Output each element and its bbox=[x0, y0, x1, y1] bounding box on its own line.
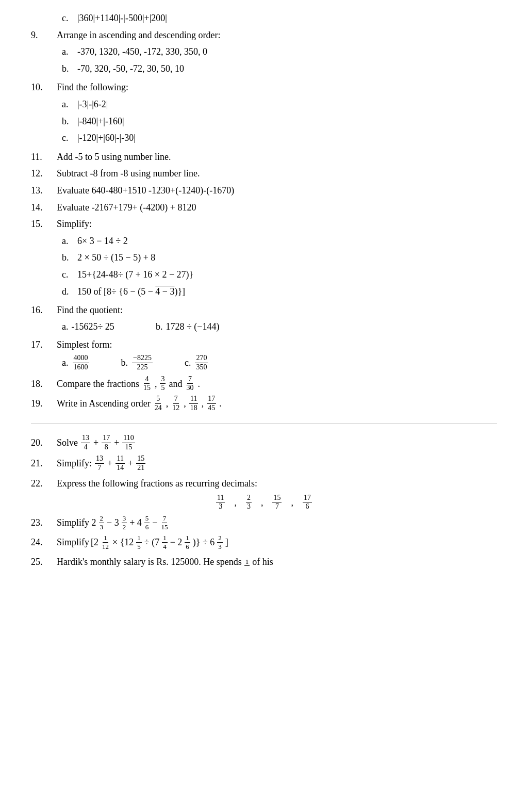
q21-plus1: + bbox=[107, 456, 112, 472]
q10-line: 10. Find the following: bbox=[31, 79, 497, 95]
q20-frac2-den: 8 bbox=[104, 443, 109, 452]
q19-frac3-num: 11 bbox=[189, 395, 198, 404]
q18-frac1-den: 15 bbox=[142, 384, 152, 393]
q15-a: a. 6× 3 − 14 ÷ 2 bbox=[62, 233, 497, 249]
q16-num: 16. bbox=[31, 302, 57, 318]
item-c-top: c. |360|+1140|-|-500|+|200| bbox=[62, 10, 497, 26]
q9-text: Arrange in ascending and descending orde… bbox=[57, 27, 497, 43]
q17-a: a. 4000 1600 bbox=[62, 354, 90, 372]
q22-frac2-num: 2 bbox=[246, 494, 252, 503]
q23-content: Simplify 223 − 332 + 456 − 715 bbox=[57, 514, 497, 531]
q17-c-frac: 270 350 bbox=[195, 354, 208, 372]
q15-d: d. 150 of [8÷ {6 − (5 − 4 − 3)}] bbox=[62, 284, 497, 300]
q21-frac3: 15 21 bbox=[136, 454, 145, 473]
question-12: 12. Subtract -8 from -8 using number lin… bbox=[31, 166, 497, 182]
q24-bracket1: [2 bbox=[91, 534, 98, 550]
q13-text: Evaluate 640-480+1510 -1230+(-1240)-(-16… bbox=[57, 183, 497, 199]
q9-a-text: -370, 1320, -450, -172, 330, 350, 0 bbox=[77, 44, 497, 60]
q17-c: c. 270 350 bbox=[185, 354, 209, 372]
question-24: 24. Simplify [2112 × {1215 ÷ (714 − 216 … bbox=[31, 534, 497, 550]
q22-frac3-num: 15 bbox=[272, 494, 282, 503]
q16-a: a. -15625÷ 25 bbox=[62, 319, 114, 334]
q10-b: b. |-840|+|-160| bbox=[62, 113, 497, 129]
q20-num: 20. bbox=[31, 435, 57, 451]
q18-frac3-num: 7 bbox=[187, 375, 193, 384]
q23-plus: + 4 bbox=[129, 515, 142, 531]
q9-a: a. -370, 1320, -450, -172, 330, 350, 0 bbox=[62, 44, 497, 60]
q22-sep1: , bbox=[234, 495, 237, 510]
question-10: 10. Find the following: a. |-3|-|6-2| b.… bbox=[31, 79, 497, 145]
q9-b-text: -70, 320, -50, -72, 30, 50, 10 bbox=[77, 61, 497, 77]
q16-text: Find the quotient: bbox=[57, 302, 497, 318]
q16-subs: a. -15625÷ 25 b. 1728 ÷ (−144) bbox=[62, 319, 497, 334]
q17-text: Simplest form: bbox=[57, 337, 497, 353]
q11-text: Add -5 to 5 using number line. bbox=[57, 149, 497, 165]
q15-c-text: 15+{24-48÷ (7 + 16 × 2 − 27)} bbox=[77, 267, 497, 283]
q22-fracs: 11 3 , 2 3 , 15 7 , 17 6 bbox=[31, 494, 497, 512]
question-25: 25. Hardik's monthly salary is Rs. 12500… bbox=[31, 554, 497, 570]
q19-period: . bbox=[219, 396, 222, 412]
q22-sep3: , bbox=[291, 495, 293, 510]
q24-minus: − 2 bbox=[170, 534, 183, 550]
q20-frac1-num: 13 bbox=[81, 434, 90, 443]
q24-div: ÷ (7 bbox=[144, 534, 159, 550]
q23-frac4: 715 bbox=[160, 514, 169, 531]
q22-sep2: , bbox=[261, 495, 263, 510]
q19-text: Write in Ascending order bbox=[57, 396, 151, 412]
q14-text: Evaluate -2167+179+ (-4200) + 8120 bbox=[57, 200, 497, 216]
q24-close1: )} ÷ 6 bbox=[193, 534, 215, 550]
q10-c-label: c. bbox=[62, 130, 77, 146]
q9-a-label: a. bbox=[62, 44, 77, 60]
q18-content: Compare the fractions 4 15 , 3 5 and 7 3… bbox=[57, 375, 497, 393]
q15-a-label: a. bbox=[62, 233, 77, 249]
q19-comma3: , bbox=[202, 396, 204, 412]
q17-c-den: 350 bbox=[195, 363, 208, 372]
question-19: 19. Write in Ascending order 5 24 , 7 12… bbox=[31, 395, 497, 413]
q19-content: Write in Ascending order 5 24 , 7 12 , 1… bbox=[57, 395, 497, 413]
question-11: 11. Add -5 to 5 using number line. bbox=[31, 149, 497, 165]
q15-text: Simplify: bbox=[57, 216, 497, 232]
q19-comma2: , bbox=[184, 396, 186, 412]
q9-line: 9. Arrange in ascending and descending o… bbox=[31, 27, 497, 43]
question-16: 16. Find the quotient: a. -15625÷ 25 b. … bbox=[31, 302, 497, 334]
q20-frac2: 17 8 bbox=[102, 434, 111, 452]
q18-comma1: , bbox=[155, 376, 157, 392]
q17-subs: a. 4000 1600 b. −8225 225 c. 270 350 bbox=[62, 354, 497, 372]
q10-c: c. |-120|+|60|-|-30| bbox=[62, 130, 497, 146]
q24-frac1: 112 bbox=[101, 534, 110, 550]
q9-num: 9. bbox=[31, 27, 57, 43]
q20-plus1: + bbox=[93, 435, 98, 451]
q25-of: of his bbox=[252, 554, 273, 570]
text-c-top: |360|+1140|-|-500|+|200| bbox=[77, 10, 497, 26]
q19-frac2-num: 7 bbox=[173, 395, 179, 404]
question-15: 15. Simplify: a. 6× 3 − 14 ÷ 2 b. 2 × 50… bbox=[31, 216, 497, 299]
q16-b: b. 1728 ÷ (−144) bbox=[156, 319, 220, 334]
q21-frac3-num: 15 bbox=[136, 454, 145, 464]
q13-num: 13. bbox=[31, 183, 57, 199]
q17-num: 17. bbox=[31, 337, 57, 353]
question-22: 22. Express the following fractions as r… bbox=[31, 476, 497, 511]
q21-plus2: + bbox=[128, 456, 133, 472]
q22-frac4-num: 17 bbox=[303, 494, 312, 503]
q20-text: Solve bbox=[57, 435, 78, 451]
q20-frac2-num: 17 bbox=[102, 434, 111, 443]
q15-b: b. 2 × 50 ÷ (15 − 5) + 8 bbox=[62, 250, 497, 266]
q18-period: . bbox=[197, 376, 200, 392]
q12-num: 12. bbox=[31, 166, 57, 182]
q15-b-text: 2 × 50 ÷ (15 − 5) + 8 bbox=[77, 250, 497, 266]
q25-content: Hardik's monthly salary is Rs. 125000. H… bbox=[57, 554, 497, 570]
q18-frac2-num: 3 bbox=[160, 375, 166, 384]
q22-text: Express the following fractions as recur… bbox=[57, 476, 497, 492]
section-divider bbox=[31, 423, 497, 424]
q16-a-text: -15625÷ 25 bbox=[72, 319, 114, 334]
q22-frac2-den: 3 bbox=[246, 502, 252, 511]
q17-b: b. −8225 225 bbox=[121, 354, 154, 372]
q10-a-text: |-3|-|6-2| bbox=[77, 96, 497, 112]
q17-c-label: c. bbox=[185, 355, 191, 370]
q19-frac4-den: 45 bbox=[207, 404, 216, 413]
q21-num: 21. bbox=[31, 456, 57, 472]
q16-a-label: a. bbox=[62, 319, 69, 334]
q24-frac5: 23 bbox=[217, 534, 223, 550]
q24-content: Simplify [2112 × {1215 ÷ (714 − 216 )} ÷… bbox=[57, 534, 497, 550]
q22-frac1-num: 11 bbox=[216, 494, 225, 503]
